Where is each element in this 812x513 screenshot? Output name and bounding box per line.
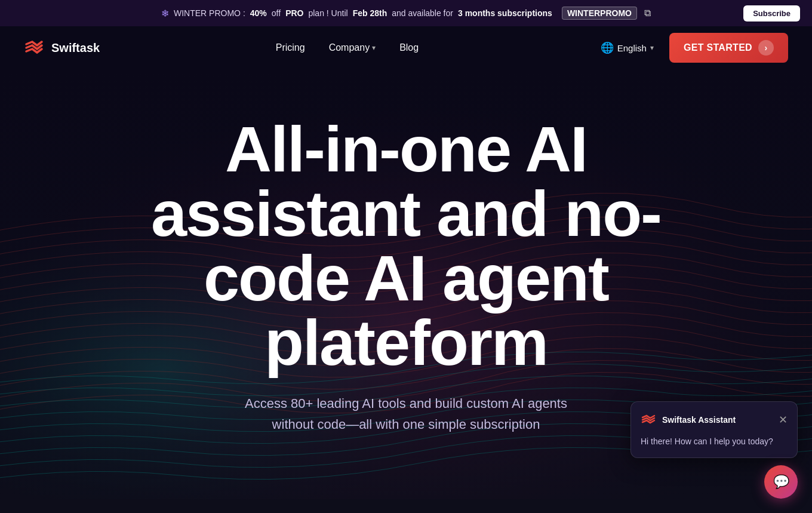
logo-area[interactable]: Swiftask (24, 37, 100, 59)
nav-pricing[interactable]: Pricing (266, 38, 315, 58)
chat-widget: Swiftask Assistant ✕ Hi there! How can I… (630, 401, 798, 499)
lang-label: English (617, 43, 647, 53)
hero-title-line2: assistant and no- (151, 177, 661, 250)
promo-date: Feb 28th (353, 8, 387, 18)
chat-header: Swiftask Assistant ✕ (641, 411, 788, 428)
chat-message: Hi there! How can I help you today? (641, 435, 788, 448)
hero-title-line4: plateform (264, 306, 548, 379)
close-icon[interactable]: ✕ (779, 414, 788, 425)
promo-banner: ❄ WINTER PROMO : 40% off PRO plan ! Unti… (0, 0, 812, 26)
promo-percent: 40% (250, 8, 267, 18)
chat-fab-icon: 💬 (773, 474, 789, 490)
chevron-down-icon: ▾ (650, 44, 654, 52)
nav-blog[interactable]: Blog (390, 38, 428, 58)
language-selector[interactable]: 🌐 English ▾ (595, 38, 660, 58)
hero-title: All-in-one AI assistant and no- code AI … (151, 117, 661, 375)
promo-plan-label: PRO (285, 8, 303, 18)
arrow-circle-icon: › (758, 40, 774, 56)
promo-plan-text: plan ! Until (308, 8, 347, 18)
promo-avail-text: and available for (392, 8, 453, 18)
promo-code[interactable]: WINTERPROMO (562, 7, 637, 20)
promo-text-prefix: WINTER PROMO : (174, 8, 245, 18)
hero-subtitle: Access 80+ leading AI tools and build cu… (227, 393, 585, 435)
logo-text: Swiftask (51, 41, 100, 55)
hero-title-line3: code AI agent (204, 242, 608, 314)
copy-icon[interactable]: ⧉ (644, 8, 651, 19)
hero-content: All-in-one AI assistant and no- code AI … (127, 117, 685, 435)
globe-icon: 🌐 (601, 41, 614, 54)
logo-icon (24, 37, 45, 59)
chat-logo-icon (641, 411, 657, 428)
chat-bubble: Swiftask Assistant ✕ Hi there! How can I… (630, 401, 798, 458)
get-started-button[interactable]: GET STARTED › (669, 33, 788, 63)
nav-company[interactable]: Company ▾ (319, 38, 385, 58)
chevron-down-icon: ▾ (372, 44, 376, 52)
chat-fab-button[interactable]: 💬 (764, 465, 798, 499)
promo-off: off (272, 8, 281, 18)
chat-title: Swiftask Assistant (662, 415, 736, 425)
nav-links: Pricing Company ▾ Blog (266, 38, 428, 58)
nav-right: 🌐 English ▾ GET STARTED › (595, 33, 788, 63)
subscribe-button[interactable]: Subscribe (743, 5, 800, 21)
navbar: Swiftask Pricing Company ▾ Blog 🌐 Englis… (0, 26, 812, 69)
get-started-label: GET STARTED (684, 42, 752, 53)
promo-months: 3 months subscriptions (458, 8, 552, 18)
hero-title-line1: All-in-one AI (225, 113, 587, 185)
snowflake-icon: ❄ (161, 8, 169, 19)
chat-header-left: Swiftask Assistant (641, 411, 736, 428)
